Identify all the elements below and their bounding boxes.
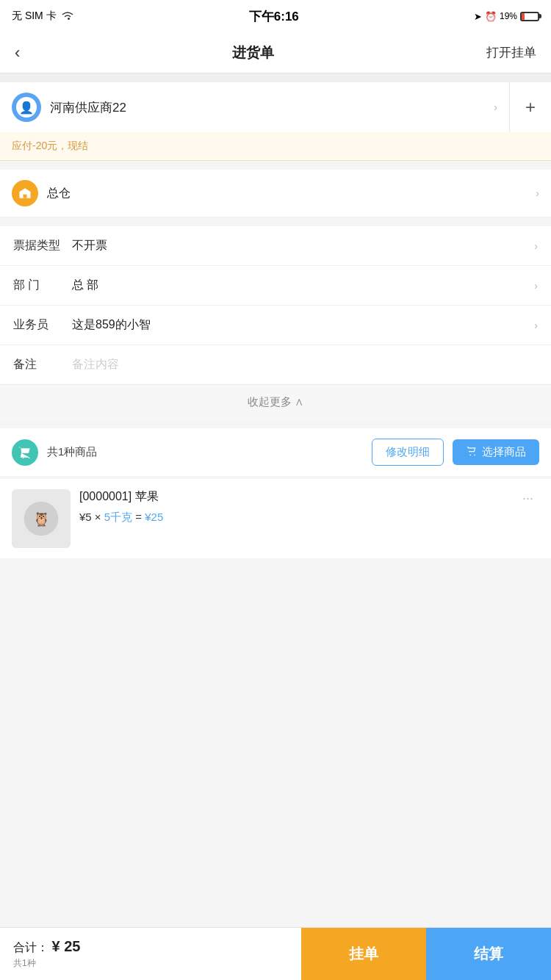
status-bar: 无 SIM 卡 下午6:16 ➤ ⏰ 19% [0,0,551,32]
supplier-section: 👤 河南供应商22 › + [0,82,551,132]
checkout-button[interactable]: 结算 [426,928,551,980]
wifi-icon [61,10,74,23]
salesperson-value: 这是859的小智 [72,317,534,333]
invoice-type-chevron-icon: › [534,240,538,252]
supplier-chevron-icon: › [494,101,497,113]
hang-button[interactable]: 挂单 [301,928,426,980]
battery-fill [522,13,525,20]
product-title: [0000001] 苹果 [79,489,508,505]
price-multiply: × [95,511,104,523]
total-section: 合计： ¥ 25 共1种 [0,928,301,980]
price-unit: ¥5 [79,511,92,523]
open-hang-button[interactable]: 打开挂单 [486,44,536,61]
supplier-add-button[interactable]: + [510,82,551,132]
department-row[interactable]: 部 门 总 部 › [0,266,551,306]
department-chevron-icon: › [534,280,538,292]
product-price: ¥5 × 5千克 = ¥25 [79,511,508,525]
department-value: 总 部 [72,278,534,293]
product-qty: 5千克 [104,511,132,523]
edit-detail-button[interactable]: 修改明细 [372,439,444,466]
product-code: [0000001] [79,490,132,502]
svg-point-4 [474,454,475,455]
warehouse-icon [12,180,38,206]
total-label: 合计： [13,941,48,954]
warehouse-chevron-icon: › [536,187,539,199]
svg-text:🦉: 🦉 [33,511,50,527]
svg-point-3 [469,454,471,455]
invoice-type-value: 不开票 [72,238,534,253]
battery-percent: 19% [500,11,517,21]
section-divider-1 [0,73,551,82]
back-button[interactable]: ‹ [15,43,20,62]
location-icon: ➤ [474,11,482,22]
nav-bar: ‹ 进货单 打开挂单 [0,32,551,73]
avatar-person-icon: 👤 [19,101,34,115]
warehouse-name: 总仓 [47,186,536,201]
product-thumbnail: 🦉 [12,489,71,548]
svg-point-2 [29,457,30,458]
remark-row[interactable]: 备注 备注内容 [0,345,551,384]
supplier-avatar: 👤 [12,93,41,122]
cart-icon [466,446,478,458]
remark-label: 备注 [13,357,72,372]
price-equals: = [135,511,145,523]
department-label: 部 门 [13,278,72,293]
product-name: 苹果 [135,490,159,502]
total-sub: 共1种 [13,957,288,970]
alarm-icon: ⏰ [485,11,497,22]
svg-point-1 [23,457,24,458]
total-main: 合计： ¥ 25 [13,938,288,956]
salesperson-chevron-icon: › [534,320,538,331]
battery-icon [520,12,539,21]
supplier-selector[interactable]: 👤 河南供应商22 › [0,82,510,132]
notice-bar: 应付-20元，现结 [0,132,551,161]
salesperson-row[interactable]: 业务员 这是859的小智 › [0,306,551,345]
product-total: ¥25 [145,511,163,523]
product-more-button[interactable]: ··· [516,489,539,508]
invoice-type-row[interactable]: 票据类型 不开票 › [0,226,551,266]
status-right-icons: ➤ ⏰ 19% [474,11,539,22]
product-info: [0000001] 苹果 ¥5 × 5千克 = ¥25 [79,489,508,525]
form-section: 票据类型 不开票 › 部 门 总 部 › 业务员 这是859的小智 › 备注 备… [0,226,551,384]
status-time: 下午6:16 [249,8,299,25]
page-title: 进货单 [232,43,274,62]
product-count-text: 共1种商品 [47,445,363,459]
total-amount: ¥ 25 [51,938,80,954]
remark-value[interactable]: 备注内容 [72,357,538,372]
status-carrier: 无 SIM 卡 [12,10,74,23]
avatar-inner: 👤 [16,97,37,118]
salesperson-label: 业务员 [13,317,72,333]
product-card: 🦉 [0000001] 苹果 ¥5 × 5千克 = ¥25 ··· [0,479,551,558]
collapse-button[interactable]: 收起更多 ∧ [0,384,551,419]
carrier-text: 无 SIM 卡 [12,10,57,23]
select-product-button[interactable]: 选择商品 [453,439,539,465]
bottom-bar: 合计： ¥ 25 共1种 挂单 结算 [0,927,551,980]
svg-rect-0 [24,195,27,198]
product-count-icon [12,439,38,466]
invoice-type-label: 票据类型 [13,238,72,253]
supplier-name: 河南供应商22 [50,99,494,116]
select-product-label: 选择商品 [482,445,526,459]
product-header: 共1种商品 修改明细 选择商品 [0,428,551,476]
warehouse-selector[interactable]: 总仓 › [0,170,551,217]
